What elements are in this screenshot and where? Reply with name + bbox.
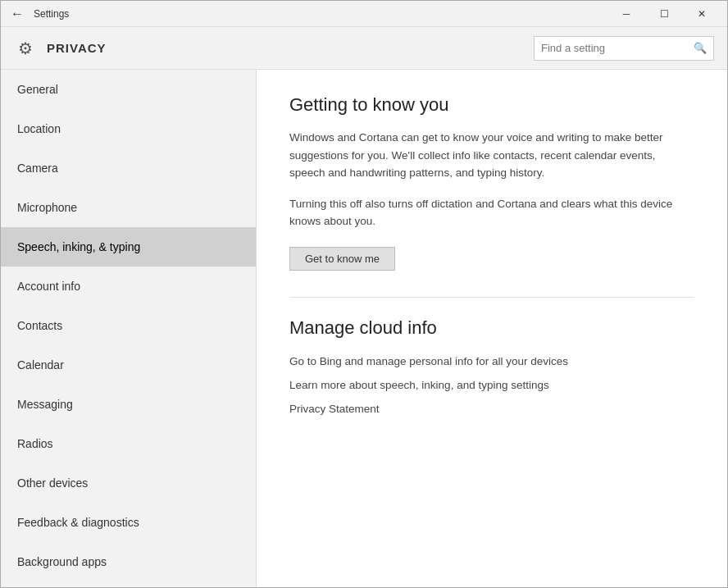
settings-window: ← Settings ─ ☐ ✕ ⚙ PRIVACY 🔍 General Loc…	[0, 0, 728, 588]
getting-to-know-note: Turning this off also turns off dictatio…	[289, 195, 683, 230]
search-input[interactable]	[541, 42, 694, 54]
sidebar-item-account-info[interactable]: Account info	[1, 267, 256, 306]
privacy-icon: ⚙	[14, 37, 37, 60]
maximize-button[interactable]: ☐	[645, 1, 683, 27]
search-box[interactable]: 🔍	[534, 36, 714, 61]
back-button[interactable]: ←	[7, 4, 27, 24]
sidebar-item-camera[interactable]: Camera	[1, 148, 256, 188]
header-row: ⚙ PRIVACY 🔍	[1, 27, 727, 70]
sidebar-item-other-devices[interactable]: Other devices	[1, 463, 256, 503]
title-bar-left: ← Settings	[7, 4, 607, 24]
bing-manage-link[interactable]: Go to Bing and manage personal info for …	[289, 355, 694, 367]
window-title: Settings	[34, 8, 69, 20]
search-icon: 🔍	[694, 42, 707, 54]
sidebar-item-radios[interactable]: Radios	[1, 424, 256, 463]
body: General Location Camera Microphone Speec…	[1, 70, 727, 587]
minimize-button[interactable]: ─	[607, 1, 645, 27]
sidebar-item-messaging[interactable]: Messaging	[1, 385, 256, 424]
main-content: Getting to know you Windows and Cortana …	[257, 70, 727, 587]
sidebar-item-feedback-diagnostics[interactable]: Feedback & diagnostics	[1, 503, 256, 542]
sidebar: General Location Camera Microphone Speec…	[1, 70, 257, 587]
sidebar-item-background-apps[interactable]: Background apps	[1, 542, 256, 581]
sidebar-item-microphone[interactable]: Microphone	[1, 188, 256, 227]
sidebar-item-contacts[interactable]: Contacts	[1, 306, 256, 345]
privacy-statement-link[interactable]: Privacy Statement	[289, 403, 694, 415]
getting-to-know-title: Getting to know you	[289, 94, 694, 116]
page-title: PRIVACY	[47, 41, 534, 55]
learn-more-link[interactable]: Learn more about speech, inking, and typ…	[289, 379, 694, 391]
get-to-know-me-button[interactable]: Get to know me	[289, 247, 395, 271]
window-controls: ─ ☐ ✕	[607, 1, 721, 27]
close-button[interactable]: ✕	[683, 1, 721, 27]
sidebar-item-location[interactable]: Location	[1, 109, 256, 148]
sidebar-item-calendar[interactable]: Calendar	[1, 345, 256, 385]
section-divider	[289, 297, 694, 298]
manage-cloud-title: Manage cloud info	[289, 317, 694, 339]
sidebar-item-speech-inking-typing[interactable]: Speech, inking, & typing	[1, 227, 256, 267]
sidebar-item-general[interactable]: General	[1, 70, 256, 109]
title-bar: ← Settings ─ ☐ ✕	[1, 1, 727, 27]
getting-to-know-desc: Windows and Cortana can get to know your…	[289, 129, 683, 182]
